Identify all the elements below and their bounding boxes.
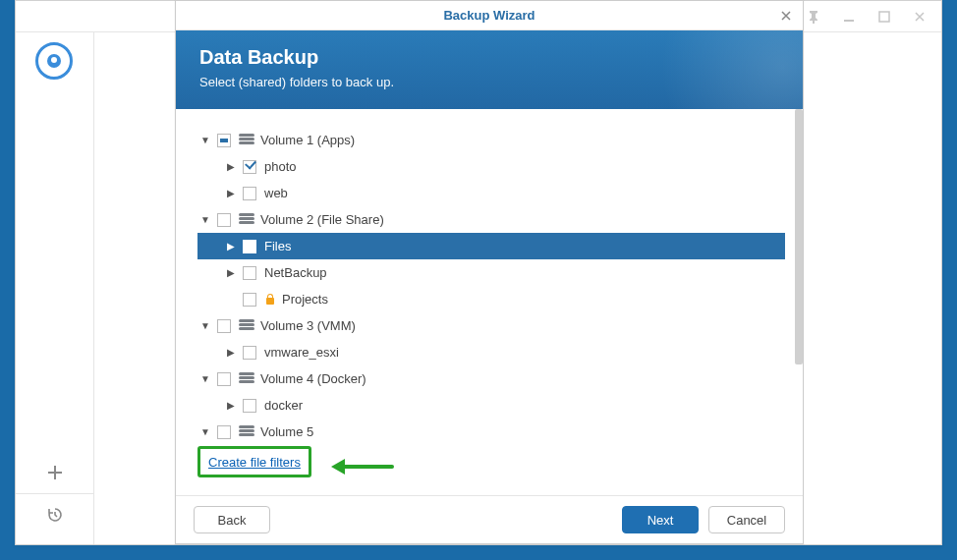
lock-icon <box>264 294 276 306</box>
expander-icon[interactable]: ▶ <box>223 161 239 172</box>
expander-icon[interactable]: ▼ <box>197 373 213 384</box>
volume-icon <box>239 134 254 147</box>
backup-wizard-dialog: Backup Wizard Data Backup Select (shared… <box>175 1 804 544</box>
expander-icon[interactable]: ▼ <box>197 320 213 331</box>
volume-icon <box>239 319 254 333</box>
checkbox[interactable] <box>243 240 256 253</box>
tree-item-label: Volume 5 <box>260 424 313 439</box>
tree-item-label: web <box>264 186 288 200</box>
volume-icon <box>239 372 254 386</box>
add-button[interactable] <box>16 452 93 493</box>
checkbox[interactable] <box>243 187 256 200</box>
tree-volume-row[interactable]: ▼Volume 4 (Docker) <box>197 365 785 392</box>
expander-icon[interactable]: ▼ <box>197 214 213 225</box>
tree-item-label: Volume 2 (File Share) <box>260 212 384 227</box>
tree-item-label: Projects <box>282 292 328 307</box>
tree-folder-row[interactable]: Projects <box>197 286 785 312</box>
expander-icon[interactable]: ▶ <box>223 400 239 411</box>
expander-icon[interactable]: ▶ <box>223 241 239 252</box>
dialog-header-title: Data Backup <box>199 46 779 69</box>
tree-item-label: Volume 1 (Apps) <box>260 133 355 147</box>
checkbox[interactable] <box>243 346 256 360</box>
dialog-header: Data Backup Select (shared) folders to b… <box>176 30 803 109</box>
expander-icon[interactable]: ▼ <box>197 135 213 145</box>
back-button[interactable]: Back <box>194 506 270 533</box>
tree-item-label: vmware_esxi <box>264 345 339 360</box>
dialog-body: ▼Volume 1 (Apps)▶photo▶web▼Volume 2 (Fil… <box>176 109 803 495</box>
tree-folder-row[interactable]: ▶web <box>197 180 785 206</box>
tree-item-label: Files <box>264 239 291 253</box>
checkbox[interactable] <box>243 266 256 280</box>
app-sidebar <box>16 32 94 544</box>
expander-icon[interactable]: ▼ <box>197 426 213 437</box>
checkbox[interactable] <box>243 293 256 307</box>
dialog-header-subtitle: Select (shared) folders to back up. <box>199 75 779 89</box>
svg-rect-1 <box>879 12 889 22</box>
svg-rect-0 <box>844 20 854 22</box>
tree-item-label: Volume 3 (VMM) <box>260 318 356 333</box>
tree-volume-row[interactable]: ▼Volume 3 (VMM) <box>197 312 785 339</box>
dialog-titlebar: Backup Wizard <box>176 1 803 30</box>
checkbox[interactable] <box>243 160 256 174</box>
tree-volume-row[interactable]: ▼Volume 1 (Apps) <box>197 127 785 153</box>
tree-item-label: NetBackup <box>264 265 327 280</box>
volume-icon <box>239 213 254 227</box>
checkbox[interactable] <box>217 425 231 439</box>
next-button[interactable]: Next <box>622 506 699 533</box>
app-badge <box>35 42 75 82</box>
tree-folder-row[interactable]: ▶photo <box>197 153 785 180</box>
expander-icon[interactable]: ▶ <box>223 347 239 358</box>
tree-folder-row[interactable]: ▶vmware_esxi <box>197 339 785 365</box>
checkbox[interactable] <box>217 319 231 333</box>
filters-highlight: Create file filters <box>197 446 311 477</box>
history-button[interactable] <box>16 493 93 534</box>
checkbox[interactable] <box>217 372 231 386</box>
scrollbar-thumb[interactable] <box>795 109 803 364</box>
annotation-arrow <box>331 460 400 474</box>
tree-item-label: docker <box>264 398 303 413</box>
app-window: Backup Wizard Data Backup Select (shared… <box>15 0 942 545</box>
dialog-footer: Back Next Cancel <box>176 495 803 543</box>
close-button[interactable] <box>904 4 935 29</box>
cancel-button[interactable]: Cancel <box>708 506 785 533</box>
minimize-button[interactable] <box>833 4 865 29</box>
tree-volume-row[interactable]: ▼Volume 2 (File Share) <box>197 206 785 233</box>
tree-folder-row[interactable]: ▶NetBackup <box>197 259 785 286</box>
checkbox[interactable] <box>217 134 231 147</box>
checkbox[interactable] <box>243 399 256 413</box>
tree-item-label: Volume 4 (Docker) <box>260 371 366 386</box>
dialog-close-button[interactable] <box>775 5 797 27</box>
dialog-title: Backup Wizard <box>443 8 535 23</box>
tree-volume-row[interactable]: ▼Volume 5 <box>197 419 785 445</box>
scrollbar[interactable] <box>795 109 803 450</box>
tree-folder-row[interactable]: ▶Files <box>197 233 785 259</box>
create-file-filters-link[interactable]: Create file filters <box>208 455 301 470</box>
tree-item-label: photo <box>264 159 297 174</box>
expander-icon[interactable]: ▶ <box>223 267 239 278</box>
volume-icon <box>239 425 254 439</box>
checkbox[interactable] <box>217 213 231 227</box>
folder-tree[interactable]: ▼Volume 1 (Apps)▶photo▶web▼Volume 2 (Fil… <box>197 127 785 450</box>
tree-folder-row[interactable]: ▶docker <box>197 392 785 419</box>
lifesaver-icon <box>35 42 73 80</box>
expander-icon[interactable]: ▶ <box>223 188 239 198</box>
maximize-button[interactable] <box>869 4 900 29</box>
